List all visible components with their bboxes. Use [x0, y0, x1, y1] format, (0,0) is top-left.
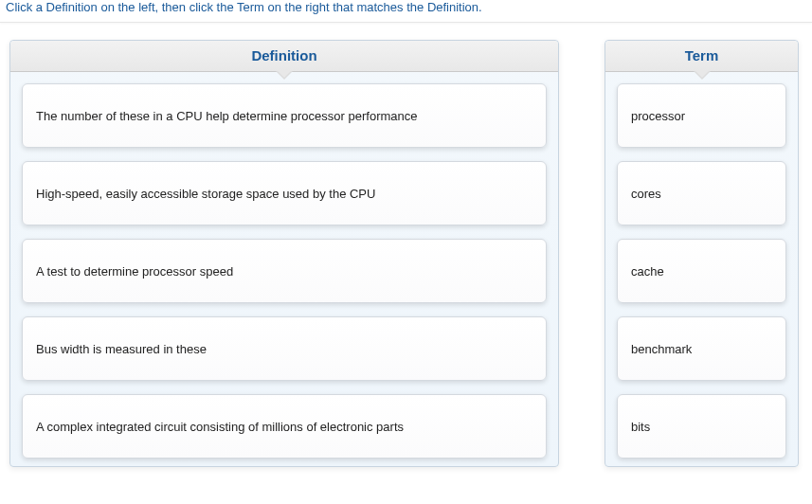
term-text: benchmark — [631, 342, 692, 356]
definition-card[interactable]: High-speed, easily accessible storage sp… — [22, 161, 547, 225]
definition-card[interactable]: The number of these in a CPU help determ… — [22, 83, 547, 148]
term-text: cores — [631, 187, 661, 201]
definition-text: A complex integrated circuit consisting … — [36, 420, 404, 434]
term-card[interactable]: bits — [617, 394, 786, 459]
term-panel-header: Term — [605, 41, 798, 72]
term-card[interactable]: cores — [617, 161, 786, 225]
definition-text: A test to determine processor speed — [36, 264, 233, 279]
term-text: cache — [631, 264, 664, 279]
term-card[interactable]: cache — [617, 239, 786, 303]
definition-panel: Definition The number of these in a CPU … — [9, 40, 559, 467]
term-card[interactable]: benchmark — [617, 316, 786, 381]
instruction-text: Click a Definition on the left, then cli… — [0, 0, 812, 23]
term-list: processor cores cache benchmark bits — [605, 72, 798, 466]
definition-card[interactable]: Bus width is measured in these — [22, 316, 547, 381]
term-card[interactable]: processor — [617, 83, 786, 148]
definition-card[interactable]: A complex integrated circuit consisting … — [22, 394, 547, 459]
definition-text: High-speed, easily accessible storage sp… — [36, 187, 375, 201]
term-text: bits — [631, 420, 650, 434]
definition-list: The number of these in a CPU help determ… — [10, 72, 558, 466]
definition-panel-header: Definition — [10, 41, 558, 72]
matching-work-area: Definition The number of these in a CPU … — [0, 23, 812, 477]
definition-text: The number of these in a CPU help determ… — [36, 109, 417, 123]
term-panel: Term processor cores cache benchmark bit… — [604, 40, 799, 467]
term-text: processor — [631, 109, 685, 123]
definition-card[interactable]: A test to determine processor speed — [22, 239, 547, 303]
definition-text: Bus width is measured in these — [36, 342, 207, 356]
